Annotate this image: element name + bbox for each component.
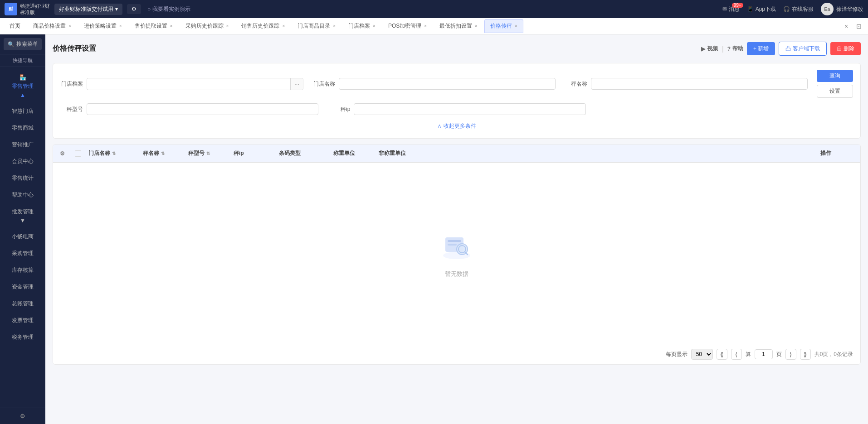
message-btn[interactable]: ✉ 消息 99+ xyxy=(722,5,740,13)
sidebar-item-tax-manage[interactable]: 税务管理 xyxy=(0,329,45,346)
table-header: ⚙ 门店名称 ⇅ 秤名称 ⇅ 秤型号 ⇅ xyxy=(53,145,860,163)
sort-scale-model-icon[interactable]: ⇅ xyxy=(206,151,210,156)
content-area: 价格传秤设置 ▶ 视频 | ? 帮助 + 新增 凸 客户端下载 xyxy=(45,34,868,424)
sidebar-item-retail-manage[interactable]: 🏪 零售管理 ▲ xyxy=(0,70,45,103)
close-icon[interactable]: × xyxy=(333,24,336,29)
message-badge: 99+ xyxy=(732,3,743,8)
delete-btn[interactable]: 自 删除 xyxy=(830,42,861,55)
add-btn[interactable]: + 新增 xyxy=(747,42,775,55)
set-btn[interactable]: 设置 xyxy=(817,85,853,98)
version-selector[interactable]: 好业财标准版交付试用 ▾ xyxy=(54,4,122,15)
app-download-btn[interactable]: 📱 App下载 xyxy=(747,5,776,13)
play-icon: ○ xyxy=(147,6,151,12)
tab-bar: 首页 商品价格设置 × 进价策略设置 × 售价提取设置 × 采购历史价跟踪 × … xyxy=(0,18,868,34)
tab-purchase-history[interactable]: 采购历史价跟踪 × xyxy=(180,19,235,33)
help-link[interactable]: ? 帮助 xyxy=(727,45,743,53)
sort-store-name-icon[interactable]: ⇅ xyxy=(112,151,116,156)
scale-model-input[interactable] xyxy=(87,103,318,115)
prev-page-btn[interactable]: ⟨ xyxy=(731,349,742,360)
sidebar-settings-btn[interactable]: ⚙ xyxy=(0,408,45,424)
tab-sale-history[interactable]: 销售历史价跟踪 × xyxy=(235,19,291,33)
close-icon[interactable]: × xyxy=(475,24,478,29)
first-page-btn[interactable]: ⟪ xyxy=(717,349,727,360)
scale-ip-input[interactable] xyxy=(354,103,585,115)
tab-home[interactable]: 首页 xyxy=(4,19,26,33)
search-menu-btn[interactable]: 🔍 搜索菜单 xyxy=(4,38,42,50)
sidebar-section: 🏪 零售管理 ▲ 智慧门店 零售商城 营销推广 会员中心 零售统计 帮助中心 xyxy=(0,67,45,348)
tab-purchase-strategy[interactable]: 进价策略设置 × xyxy=(78,19,128,33)
first-page-icon: ⟪ xyxy=(720,351,723,358)
sidebar: 🔍 搜索菜单 快捷导航 🏪 零售管理 ▲ 智慧门店 零售商城 营销推广 会员 xyxy=(0,34,45,424)
tab-pos-manage[interactable]: POS加密管理 × xyxy=(382,19,433,33)
tab-store-profile[interactable]: 门店档案 × xyxy=(342,19,381,33)
query-btn[interactable]: 查询 xyxy=(817,70,853,82)
scale-model-field: 秤型号 xyxy=(60,103,318,115)
page-size-select[interactable]: 50 xyxy=(691,349,713,360)
maximize-btn[interactable]: ⊡ xyxy=(853,21,864,32)
close-icon[interactable]: × xyxy=(119,24,122,29)
download-btn[interactable]: 凸 客户端下载 xyxy=(779,42,826,56)
scale-name-input[interactable] xyxy=(591,78,808,90)
close-tab-btn[interactable]: × xyxy=(841,21,852,32)
ellipsis-btn[interactable]: ··· xyxy=(290,78,303,90)
scale-name-label: 秤名称 xyxy=(565,80,587,88)
sidebar-item-retail-stats[interactable]: 零售统计 xyxy=(0,170,45,187)
tab-sale-price[interactable]: 售价提取设置 × xyxy=(129,19,179,33)
store-profile-input-wrapper: ··· xyxy=(87,78,303,90)
sidebar-item-inventory[interactable]: 库存核算 xyxy=(0,262,45,279)
quick-nav-btn[interactable]: 快捷导航 xyxy=(0,54,45,67)
next-page-btn[interactable]: ⟩ xyxy=(785,349,796,360)
tab-min-discount[interactable]: 最低折扣设置 × xyxy=(434,19,483,33)
column-settings-icon[interactable]: ⚙ xyxy=(57,148,68,159)
sidebar-item-purchase-manage[interactable]: 采购管理 xyxy=(0,245,45,262)
demo-link[interactable]: ○ 我要看实例演示 xyxy=(147,5,190,13)
logo-text: 畅捷通好业财 标准版 xyxy=(20,3,50,16)
avatar: Ea xyxy=(821,3,834,15)
close-icon[interactable]: × xyxy=(68,24,71,29)
user-name: 徐泽华修改 xyxy=(836,5,863,13)
page-input[interactable] xyxy=(755,349,773,359)
close-icon[interactable]: × xyxy=(282,24,285,29)
close-icon[interactable]: × xyxy=(226,24,229,29)
close-icon[interactable]: × xyxy=(373,24,375,29)
sidebar-item-general-ledger[interactable]: 总账管理 xyxy=(0,295,45,312)
store-profile-field: 门店档案 ··· xyxy=(60,78,303,90)
sidebar-item-help-center[interactable]: 帮助中心 xyxy=(0,187,45,203)
video-link[interactable]: ▶ 视频 xyxy=(701,45,718,53)
sidebar-item-batch-manage[interactable]: 批发管理 ▼ xyxy=(0,203,45,228)
collapse-btn[interactable]: ∧ 收起更多条件 xyxy=(434,120,479,132)
last-page-icon: ⟫ xyxy=(804,351,807,358)
column-barcode-type: 条码类型 xyxy=(279,149,333,157)
empty-icon xyxy=(439,228,475,265)
sort-scale-name-icon[interactable]: ⇅ xyxy=(161,151,165,156)
close-icon[interactable]: × xyxy=(424,24,427,29)
column-store-name: 门店名称 ⇅ xyxy=(88,149,143,157)
sidebar-item-retail-shop[interactable]: 零售商城 xyxy=(0,120,45,136)
store-profile-input[interactable] xyxy=(87,78,290,89)
sidebar-item-xiaochang-ec[interactable]: 小畅电商 xyxy=(0,228,45,245)
settings-icon: ⚙ xyxy=(20,413,25,419)
sidebar-item-member[interactable]: 会员中心 xyxy=(0,153,45,170)
tab-price-setting[interactable]: 商品价格设置 × xyxy=(27,19,77,33)
query-actions: 查询 设置 xyxy=(817,70,853,98)
sidebar-item-smart-store[interactable]: 智慧门店 xyxy=(0,103,45,120)
close-icon[interactable]: × xyxy=(515,24,517,29)
empty-state: 暂无数据 xyxy=(411,201,502,305)
headset-icon: 🎧 xyxy=(783,6,790,12)
select-all-checkbox[interactable] xyxy=(75,150,81,157)
search-icon: 🔍 xyxy=(8,41,15,48)
user-menu[interactable]: Ea 徐泽华修改 xyxy=(821,3,863,15)
tab-store-catalog[interactable]: 门店商品目录 × xyxy=(292,19,341,33)
sidebar-item-marketing[interactable]: 营销推广 xyxy=(0,136,45,153)
online-service-btn[interactable]: 🎧 在线客服 xyxy=(783,5,814,13)
store-name-input[interactable] xyxy=(339,78,556,90)
scale-ip-field: 秤ip xyxy=(327,103,585,115)
tab-price-scale[interactable]: 价格传秤 × xyxy=(484,19,523,33)
close-icon[interactable]: × xyxy=(170,24,173,29)
sidebar-item-invoice-manage[interactable]: 发票管理 xyxy=(0,312,45,329)
sidebar-item-finance[interactable]: 资金管理 xyxy=(0,279,45,295)
settings-btn[interactable]: ⚙ xyxy=(127,4,141,14)
arrow-icon: ▲ xyxy=(20,92,25,98)
last-page-btn[interactable]: ⟫ xyxy=(800,349,811,360)
column-scale-ip: 秤ip xyxy=(234,149,279,157)
